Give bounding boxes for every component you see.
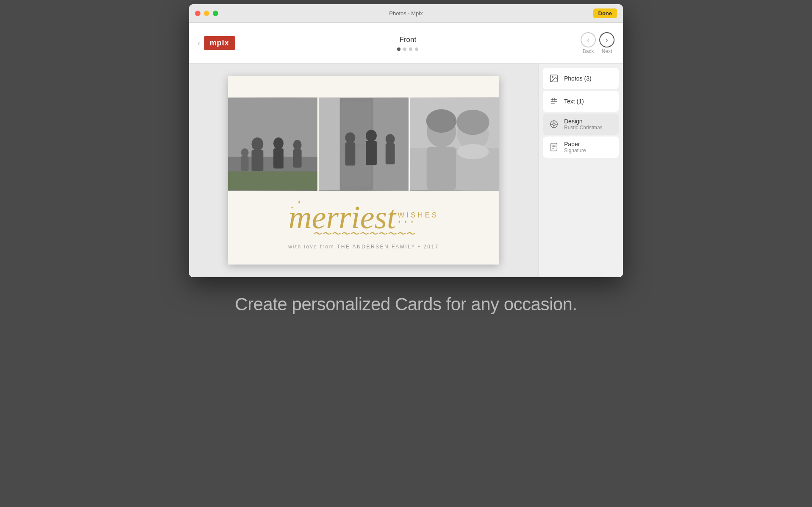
text-icon — [548, 95, 560, 107]
close-button[interactable] — [195, 11, 200, 16]
wishes-text: WISHES — [398, 211, 439, 220]
card-text-area: ✦ ✦ merriest WISHES ✦ ✦ ✦ — [228, 191, 499, 265]
family-text: with love from THE ANDERSEN FAMILY • 201… — [236, 244, 491, 250]
app-content: ‹ mpix Front ‹ Back › Nex — [189, 23, 623, 277]
tagline-text: Create personalized Cards for any occasi… — [235, 294, 577, 314]
logo-badge: mpix — [204, 36, 235, 50]
back-label: Back — [583, 48, 594, 54]
sidebar: Photos (3) Text — [538, 64, 623, 277]
sidebar-design-text: Design Rustic Christmas — [564, 118, 603, 131]
svg-rect-9 — [241, 156, 249, 171]
svg-rect-43 — [551, 143, 557, 151]
sidebar-paper-sublabel: Signature — [564, 148, 586, 153]
dot-1 — [397, 47, 400, 51]
canvas-area: ✦ ✦ merriest WISHES ✦ ✦ ✦ — [189, 64, 538, 277]
svg-point-38 — [553, 123, 555, 125]
svg-point-31 — [457, 144, 489, 159]
sidebar-text-label: Text (1) — [564, 98, 584, 105]
svg-point-8 — [241, 148, 249, 157]
titlebar: Photos - Mpix Done — [189, 4, 623, 23]
dot-2 — [403, 47, 406, 51]
sidebar-photos-text: Photos (3) — [564, 75, 592, 82]
done-button[interactable]: Done — [593, 8, 617, 18]
svg-point-4 — [273, 137, 284, 149]
back-button[interactable]: ‹ — [581, 32, 596, 47]
back-btn-group: ‹ Back — [581, 32, 596, 54]
main-area: ✦ ✦ merriest WISHES ✦ ✦ ✦ — [189, 64, 623, 277]
svg-point-21 — [386, 134, 395, 144]
svg-rect-18 — [345, 142, 356, 166]
svg-rect-22 — [386, 143, 395, 164]
next-label: Next — [602, 48, 612, 54]
sidebar-paper-text: Paper Signature — [564, 141, 586, 153]
nav-controls: ‹ Back › Next — [581, 32, 615, 54]
tagline: Create personalized Cards for any occasi… — [226, 277, 585, 332]
logo-area: ‹ mpix — [197, 36, 235, 50]
photo-icon — [548, 72, 560, 84]
sidebar-paper-label: Paper — [564, 141, 586, 148]
svg-point-27 — [426, 109, 456, 133]
back-arrow-icon[interactable]: ‹ — [197, 38, 200, 48]
svg-rect-7 — [293, 149, 302, 168]
svg-point-33 — [552, 76, 553, 78]
paper-icon — [548, 141, 560, 153]
svg-rect-5 — [273, 148, 284, 169]
svg-rect-3 — [252, 150, 264, 171]
svg-point-17 — [345, 132, 356, 143]
card: ✦ ✦ merriest WISHES ✦ ✦ ✦ — [228, 76, 499, 265]
svg-rect-10 — [228, 171, 317, 190]
dot-4 — [415, 47, 418, 51]
svg-point-19 — [366, 130, 377, 142]
svg-point-2 — [252, 137, 264, 151]
photo-1[interactable] — [228, 98, 317, 191]
card-photos — [228, 98, 499, 191]
design-icon — [548, 118, 560, 130]
merriest-text: merriest — [289, 203, 396, 231]
svg-point-30 — [456, 110, 489, 135]
page-title: Front — [400, 36, 417, 44]
sidebar-item-photos[interactable]: Photos (3) — [543, 68, 619, 89]
sidebar-design-sublabel: Rustic Christmas — [564, 125, 603, 131]
sidebar-design-label: Design — [564, 118, 603, 125]
sidebar-text-text: Text (1) — [564, 98, 584, 105]
center-nav: Front — [397, 36, 418, 51]
photo-3[interactable] — [409, 98, 499, 191]
dot-3 — [409, 47, 412, 51]
sidebar-photos-label: Photos (3) — [564, 75, 592, 82]
svg-rect-20 — [366, 141, 377, 165]
topbar: ‹ mpix Front ‹ Back › Nex — [189, 23, 623, 64]
card-top-padding — [228, 76, 499, 98]
svg-rect-16 — [319, 98, 340, 190]
maximize-button[interactable] — [213, 11, 218, 16]
sidebar-item-text[interactable]: Text (1) — [543, 91, 619, 112]
sidebar-item-design[interactable]: Design Rustic Christmas — [543, 114, 619, 135]
window-title: Photos - Mpix — [389, 10, 423, 17]
sidebar-item-paper[interactable]: Paper Signature — [543, 136, 619, 158]
svg-rect-26 — [426, 147, 456, 190]
traffic-lights — [195, 11, 218, 16]
photo-2[interactable] — [317, 98, 408, 191]
nav-dots — [397, 47, 418, 51]
next-btn-group: › Next — [599, 32, 615, 54]
next-button[interactable]: › — [599, 32, 615, 47]
svg-point-6 — [293, 140, 302, 150]
minimize-button[interactable] — [204, 11, 209, 16]
app-window: Photos - Mpix Done ‹ mpix Front ‹ — [189, 4, 623, 277]
